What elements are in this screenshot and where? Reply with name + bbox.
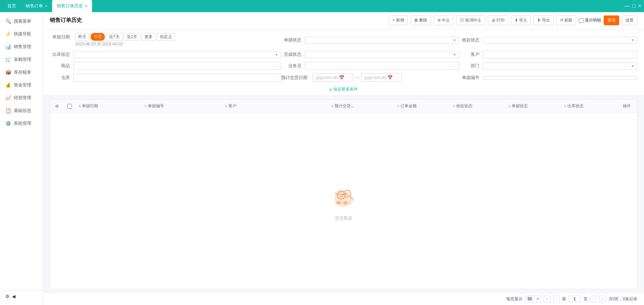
date-today-btn[interactable]: 今天 bbox=[91, 33, 105, 41]
out-status-select[interactable]: ▼ bbox=[73, 51, 281, 58]
page-number-input[interactable] bbox=[569, 296, 581, 302]
sidebar-item-operations[interactable]: 📈 经营管理 bbox=[0, 91, 43, 104]
date-quick-buttons: 昨天 今天 近7天 近1月 更多 自定义 bbox=[75, 33, 175, 41]
tab-sales-order[interactable]: 销售订单 × bbox=[21, 0, 52, 12]
sidebar-settings-icon[interactable]: ⚙ bbox=[5, 294, 9, 299]
th-checkbox[interactable] bbox=[63, 104, 76, 109]
table-header: ⚙ ⇅ 单据日期 ⇅ 单据编号 ⇅ 客户 ⇅ bbox=[50, 100, 637, 113]
close-tab-sales-order-history[interactable]: × bbox=[85, 4, 87, 8]
dept-arrow-icon: ▼ bbox=[631, 64, 634, 68]
sidebar-bottom: ⚙ ◀ bbox=[0, 290, 43, 302]
import-button[interactable]: ⬇ 导入 bbox=[511, 15, 531, 25]
collapse-button[interactable]: ∧ 收起更多条件 bbox=[50, 85, 637, 92]
th-settings[interactable]: ⚙ bbox=[50, 104, 63, 109]
next-page-button[interactable]: › bbox=[590, 296, 596, 302]
sidebar-item-purchase-mgmt[interactable]: 🛒 采购管理 bbox=[0, 53, 43, 66]
th-amount[interactable]: ⇅ 订单金额 bbox=[394, 103, 450, 109]
close-tab-sales-order[interactable]: × bbox=[45, 4, 47, 8]
first-page-button[interactable]: « bbox=[544, 296, 551, 302]
sidebar-item-quick-nav[interactable]: ⚡ 快捷导航 bbox=[0, 28, 43, 40]
settings-button[interactable]: 设置 bbox=[622, 15, 637, 25]
date-separator: — bbox=[355, 75, 359, 80]
select-all-checkbox[interactable] bbox=[67, 104, 72, 109]
calendar-start-icon: 📅 bbox=[339, 75, 344, 80]
tab-sales-order-history[interactable]: 销售订单历史 × bbox=[52, 0, 92, 12]
complete-status-select[interactable]: ▼ bbox=[305, 51, 459, 58]
warehouse-more-icon: ··· bbox=[275, 75, 278, 80]
page-word: 页 bbox=[584, 296, 588, 302]
prev-page-button[interactable]: ‹ bbox=[553, 296, 559, 302]
svg-point-12 bbox=[343, 201, 348, 204]
calendar-end-icon: 📅 bbox=[387, 75, 393, 80]
page-size-select[interactable]: 10 20 50 100 bbox=[525, 296, 541, 302]
delete-button[interactable]: 🗑 删除 bbox=[411, 15, 431, 25]
svg-point-3 bbox=[339, 194, 341, 195]
sidebar-item-sys-mgmt[interactable]: ⚙️ 系统管理 bbox=[0, 117, 43, 130]
delivery-date-end[interactable]: yyyy-mm-dd 📅 bbox=[361, 73, 401, 82]
bill-no-label: 单据编号 bbox=[459, 75, 483, 81]
sidebar-item-base-info[interactable]: 📋 基础信息 bbox=[0, 104, 43, 117]
refresh-button[interactable]: ↺ 刷新 bbox=[556, 15, 576, 25]
date-custom-btn[interactable]: 自定义 bbox=[157, 33, 175, 41]
th-payment-status[interactable]: ⇅ 收款状态 bbox=[450, 103, 506, 109]
filter-row-1: 单据日期 昨天 今天 近7天 近1月 更多 自定义 2023-06-02 至 2… bbox=[50, 33, 637, 47]
window-controls: — □ × bbox=[624, 3, 641, 9]
show-detail-checkbox[interactable]: 显示明细 bbox=[579, 17, 601, 23]
payment-status-select[interactable]: ▼ bbox=[483, 37, 637, 44]
customer-select[interactable]: ··· bbox=[483, 50, 637, 59]
finance-icon: 💰 bbox=[5, 82, 11, 88]
date-last1m-btn[interactable]: 近1月 bbox=[124, 33, 140, 41]
salesperson-more-icon: ··· bbox=[453, 64, 456, 68]
sort-icon-4: ⇅ bbox=[331, 104, 334, 108]
stop-button[interactable]: ⊘ 中止 bbox=[434, 15, 454, 25]
sort-icon-3: ⇅ bbox=[225, 104, 227, 108]
warehouse-select[interactable]: ··· bbox=[73, 74, 281, 82]
sidebar-item-search-menu[interactable]: 🔍 搜索菜单 bbox=[0, 15, 43, 28]
bill-date-label: 单据日期 bbox=[50, 34, 73, 40]
th-bill-date[interactable]: ⇅ 单据日期 bbox=[76, 103, 141, 109]
print-button[interactable]: 🖨 打印 bbox=[488, 15, 508, 25]
th-bill-status[interactable]: ⇅ 单据状态 bbox=[505, 103, 561, 109]
goods-select[interactable]: ··· bbox=[73, 62, 281, 70]
operations-icon: 📈 bbox=[5, 95, 11, 101]
bill-status-select[interactable]: ▼ bbox=[305, 37, 459, 44]
dept-select[interactable]: ▼ bbox=[483, 63, 637, 70]
th-customer[interactable]: ⇅ 客户 bbox=[222, 103, 328, 109]
table-container: ⚙ ⇅ 单据日期 ⇅ 单据编号 ⇅ 客户 ⇅ bbox=[50, 99, 637, 289]
th-delivery[interactable]: ⇅ 预计交货... bbox=[328, 103, 394, 109]
th-bill-no[interactable]: ⇅ 单据编号 bbox=[141, 103, 222, 109]
sidebar-item-sales-mgmt[interactable]: 📊 销售管理 bbox=[0, 40, 43, 53]
cancel-stop-button[interactable]: ◎ 取消中止 bbox=[456, 15, 485, 25]
goods-label: 商品 bbox=[50, 63, 73, 69]
export-button[interactable]: ⬆ 导出 bbox=[533, 15, 553, 25]
sidebar-item-finance[interactable]: 💰 资金管理 bbox=[0, 79, 43, 91]
sidebar-collapse-icon[interactable]: ◀ bbox=[12, 294, 15, 299]
tab-home[interactable]: 首页 bbox=[3, 0, 21, 12]
bill-no-input[interactable] bbox=[483, 76, 637, 79]
settings-icon: ⚙ bbox=[55, 104, 59, 109]
query-button[interactable]: 查询 bbox=[604, 15, 619, 25]
empty-illustration bbox=[329, 181, 359, 211]
salesperson-select[interactable]: ··· bbox=[305, 62, 459, 70]
header-actions: + 新增 🗑 删除 ⊘ 中止 ◎ 取消中止 🖨 打印 ⬇ 导入 ⬆ 导出 ↺ 刷… bbox=[389, 15, 637, 29]
th-out-status[interactable]: ⇅ 出库状态 bbox=[561, 103, 617, 109]
date-more-btn[interactable]: 更多 bbox=[141, 33, 156, 41]
date-last7-btn[interactable]: 近7天 bbox=[106, 33, 123, 41]
page-size-label: 每页显示 bbox=[506, 296, 522, 302]
window-minimize-button[interactable]: — bbox=[624, 3, 630, 9]
date-yesterday-btn[interactable]: 昨天 bbox=[75, 33, 89, 41]
new-button[interactable]: + 新增 bbox=[389, 15, 407, 25]
empty-state: 暂无数据 bbox=[50, 113, 637, 289]
show-detail-checkbox-input[interactable] bbox=[579, 18, 584, 23]
window-maximize-button[interactable]: □ bbox=[632, 3, 636, 9]
last-page-button[interactable]: » bbox=[599, 296, 606, 302]
sidebar-item-inventory[interactable]: 📦 库存核算 bbox=[0, 66, 43, 79]
customer-more-icon: ··· bbox=[631, 52, 634, 57]
filter-row-4: 仓库 ··· 预计交货日期 yyyy-mm-dd 📅 — yyyy-mm-dd bbox=[50, 73, 637, 82]
goto-word: 第 bbox=[562, 296, 566, 302]
quick-nav-icon: ⚡ bbox=[5, 31, 11, 37]
delivery-date-start[interactable]: yyyy-mm-dd 📅 bbox=[313, 73, 353, 82]
sort-icon-5: ⇅ bbox=[397, 104, 399, 108]
window-close-button[interactable]: × bbox=[638, 3, 641, 9]
out-status-label: 出库状态 bbox=[50, 51, 73, 58]
